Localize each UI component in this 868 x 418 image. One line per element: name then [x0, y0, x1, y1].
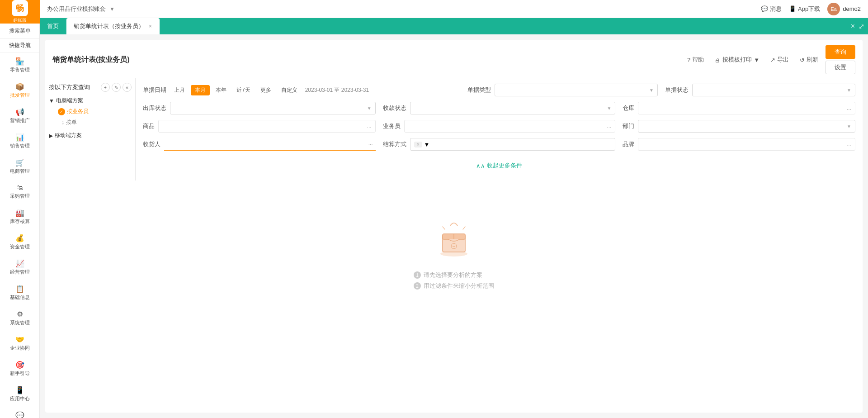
warehouse-control[interactable]: ... — [638, 102, 855, 114]
sidebar-item-corp[interactable]: 🤝 企业协同 — [0, 331, 39, 356]
filter-date: 单据日期 上月 本月 本年 近7天 更多 自定义 2023-03-01 至 20… — [143, 85, 460, 95]
date-range: 2023-03-01 至 2023-03-31 — [305, 86, 369, 94]
app-icon: 📱 — [789, 5, 796, 12]
sidebar-item-wholesale[interactable]: 📦 批发管理 — [0, 78, 39, 103]
wechat-icon: 💬 — [15, 411, 24, 418]
staff-label: 业务员 — [383, 122, 401, 130]
tip-num-2: 2 — [414, 282, 421, 290]
scheme-panel-title: 按以下方案查询 — [49, 83, 90, 91]
apps-icon: 📱 — [15, 386, 24, 394]
filter-brand: 品牌 ... — [623, 138, 855, 151]
empty-illustration — [431, 217, 476, 262]
dept-select[interactable]: ▼ — [638, 120, 855, 133]
topbar-dropdown[interactable]: ▼ — [109, 6, 115, 12]
pay-status-label: 收款状态 — [383, 104, 406, 112]
search-menu-label[interactable]: 搜索菜单 — [9, 28, 31, 34]
staff-control[interactable]: ... — [404, 120, 616, 133]
date-this-year[interactable]: 本年 — [212, 85, 231, 95]
operation-icon: 📈 — [15, 259, 24, 268]
tab-home[interactable]: 首页 — [40, 18, 66, 34]
topbar-user[interactable]: Ea demo2 — [827, 3, 861, 15]
sort-icon: ↕ — [61, 119, 64, 126]
sidebar-item-marketing[interactable]: 📢 营销推广 — [0, 103, 39, 128]
topbar-message[interactable]: 💬 消息 — [761, 5, 782, 13]
tab-home-label: 首页 — [47, 22, 59, 30]
sidebar-item-inventory[interactable]: 🏭 库存核算 — [0, 204, 39, 229]
date-this-month[interactable]: 本月 — [191, 85, 210, 95]
scheme-collapse-btn[interactable]: « — [123, 83, 132, 92]
date-custom[interactable]: 自定义 — [277, 85, 302, 95]
pay-status-select[interactable]: ▼ — [410, 102, 616, 114]
date-more[interactable]: 更多 — [256, 85, 275, 95]
product-label: 商品 — [143, 122, 155, 130]
logo-text: 畅 — [16, 3, 24, 14]
sidebar-item-apps[interactable]: 📱 应用中心 — [0, 381, 39, 407]
sidebar-item-wechat[interactable]: 💬 企业微信 — [0, 407, 39, 418]
avatar: Ea — [827, 3, 840, 15]
sidebar-item-retail[interactable]: 🏪 零售管理 — [0, 52, 39, 78]
tab-close-icon[interactable]: × — [149, 23, 152, 29]
settings-button[interactable]: 设置 — [826, 61, 855, 74]
collapse-button[interactable]: ∧∧ 收起更多条件 — [476, 160, 522, 171]
help-button[interactable]: ? 帮助 — [684, 54, 708, 66]
scheme-section-desktop-title[interactable]: ▼ 电脑端方案 — [49, 95, 132, 106]
system-icon: ⚙ — [17, 310, 23, 318]
collapse-section: ∧∧ 收起更多条件 — [143, 156, 855, 175]
tab-sales-stat[interactable]: 销货单统计表（按业务员） × — [66, 18, 160, 34]
date-buttons: 上月 本月 本年 近7天 更多 自定义 2023-03-01 至 2023-03… — [170, 85, 460, 95]
product-control[interactable]: ... — [158, 120, 376, 133]
sidebar-item-operation[interactable]: 📈 经营管理 — [0, 255, 39, 280]
logo-icon: 畅 — [12, 0, 28, 16]
tab-close-btn[interactable]: × — [851, 22, 855, 30]
message-icon: 💬 — [761, 5, 768, 12]
scheme-section-mobile-title[interactable]: ▶ 移动端方案 — [49, 130, 132, 141]
sidebar-item-purchase[interactable]: 🛍 采购管理 — [0, 179, 39, 204]
refresh-label: 刷新 — [807, 56, 818, 64]
brand-control[interactable]: ... — [638, 138, 855, 151]
export-button[interactable]: ↗ 导出 — [767, 54, 793, 66]
query-button[interactable]: 查询 — [826, 45, 855, 59]
scheme-panel: 按以下方案查询 + ✎ « ▼ 电脑端方案 — [45, 78, 136, 180]
wholesale-icon: 📦 — [15, 82, 24, 91]
scheme-item-by-order[interactable]: ↕ 按单 — [49, 117, 132, 128]
settlement-tag: × — [414, 142, 422, 147]
empty-tips: 1 请先选择要分析的方案 2 用过滤条件来缩小分析范围 — [414, 271, 494, 293]
sidebar-search[interactable]: 搜索菜单 — [0, 24, 39, 39]
sidebar-item-finance[interactable]: 💰 资金管理 — [0, 229, 39, 255]
topbar-app-download[interactable]: 📱 App下载 — [789, 5, 820, 13]
out-status-select[interactable]: ▼ — [170, 102, 376, 114]
staff-dots: ... — [607, 123, 611, 129]
sidebar-item-sales[interactable]: 📊 销售管理 — [0, 128, 39, 154]
date-last-7[interactable]: 近7天 — [232, 85, 255, 95]
main-area: 办公用品行业模拟账套 ▼ 💬 消息 📱 App下载 Ea demo2 首页 — [40, 0, 868, 418]
sidebar-item-system[interactable]: ⚙ 系统管理 — [0, 305, 39, 331]
topbar-left: 办公用品行业模拟账套 ▼ — [47, 5, 115, 13]
filter-staff: 业务员 ... — [383, 120, 616, 133]
sidebar-item-sales-label: 销售管理 — [10, 142, 30, 149]
settlement-label: 结算方式 — [383, 140, 406, 148]
refresh-button[interactable]: ↺ 刷新 — [796, 54, 822, 66]
filter-dept: 部门 ▼ — [623, 120, 855, 133]
receiver-input[interactable] — [164, 138, 376, 151]
settlement-control[interactable]: × ▼ — [410, 138, 616, 151]
sidebar-item-operation-label: 经营管理 — [10, 269, 30, 276]
scheme-item-by-staff[interactable]: ✓ 按业务员 — [49, 106, 132, 117]
scheme-add-btn[interactable]: + — [101, 83, 110, 92]
scheme-edit-btn[interactable]: ✎ — [112, 83, 121, 92]
receiver-label: 收货人 — [143, 140, 160, 148]
doc-status-select[interactable]: ▼ — [692, 84, 855, 96]
sidebar-item-base[interactable]: 📋 基础信息 — [0, 280, 39, 305]
sidebar-item-ecom[interactable]: 🛒 电商管理 — [0, 154, 39, 179]
doc-type-select[interactable]: ▼ — [495, 84, 658, 96]
settlement-tag-close[interactable]: × — [417, 142, 420, 147]
chevron-right-icon: ▶ — [49, 133, 53, 139]
tab-expand-btn[interactable]: ⤢ — [859, 22, 864, 31]
sidebar-item-newbie[interactable]: 🎯 新手引导 — [0, 356, 39, 381]
filters-area: 按以下方案查询 + ✎ « ▼ 电脑端方案 — [45, 78, 863, 180]
date-last-month[interactable]: 上月 — [170, 85, 189, 95]
message-label: 消息 — [770, 5, 782, 13]
collapse-icon: ∧∧ — [476, 162, 485, 169]
inventory-icon: 🏭 — [15, 209, 24, 217]
print-button[interactable]: 🖨 按模板打印 ▼ — [711, 54, 763, 66]
help-label: 帮助 — [692, 56, 704, 64]
